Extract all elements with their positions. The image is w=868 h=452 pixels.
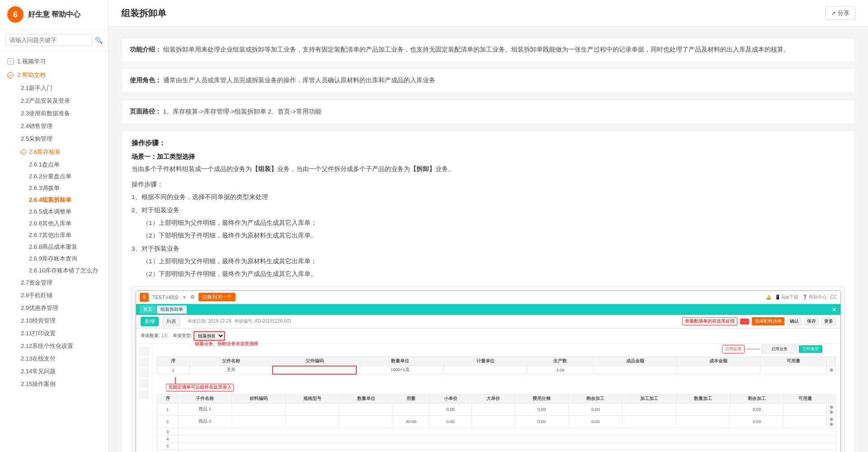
mock-topbar-right: 🔔 📱 App下载 ❓ 帮助中心 CC bbox=[766, 294, 837, 300]
nav-sub-sub-inventory: 2.6.1盘点单 2.6.2分量盘点单 2.6.3调拨单 2.6.4组装拆卸单 … bbox=[17, 159, 108, 276]
th-parent-name: 父件名称 bbox=[189, 357, 273, 366]
sidebar-item-otherin[interactable]: 2.6.6其他入库单 bbox=[25, 218, 108, 229]
sidebar-item-inventory-label: 2.6库存核算 bbox=[29, 148, 61, 156]
sidebar-item-new[interactable]: 2.1新手入门 bbox=[17, 82, 108, 95]
mock-select-bom-btn[interactable]: 选择配料清单 bbox=[752, 317, 784, 325]
sidebar-item-sysconfig[interactable]: 2.12系统个性化设置 bbox=[17, 340, 108, 352]
annotation-enable-box: 启用处理 bbox=[722, 345, 745, 353]
page-title: 组装拆卸单 bbox=[121, 7, 166, 19]
sidebar-item-assembly[interactable]: 2.6.4组装拆卸单 bbox=[25, 194, 108, 206]
mock-new-btn[interactable]: 新增 bbox=[141, 317, 159, 326]
mock-subbar: 新增 列表 单据日期: 2019-12-26 单据编号: AD-20191226… bbox=[136, 315, 840, 328]
mock-confirm-btn[interactable]: 确认 bbox=[787, 318, 802, 325]
logo-area: 6 好生意 帮助中心 bbox=[0, 0, 108, 29]
path-block: 页面路径： 1、库存核算->库存管理->组装拆卸单 2、首页->常用功能 bbox=[121, 100, 855, 124]
mock-tab-home[interactable]: 首页 bbox=[140, 305, 156, 314]
mock-apply-btn[interactable]: 立即使用 bbox=[799, 345, 822, 353]
mock-close-icon[interactable]: ✕ bbox=[831, 306, 837, 313]
mock-form-area: 单据数量: 1次 单据类型: 组装拆卸 拆卸 组装业务、拆卸业 bbox=[136, 328, 840, 344]
mock-no-info: 单据编号: AD-20191226-001 bbox=[234, 318, 292, 324]
sidebar-item-inventory[interactable]: − 2.6库存核算 bbox=[17, 145, 108, 159]
sidebar-item-allotment[interactable]: 2.6.2分量盘点单 bbox=[25, 171, 108, 182]
sidebar-item-video[interactable]: + 1.视频学习 bbox=[0, 55, 108, 68]
sidebar-item-costcalc[interactable]: 2.6.8商品成本重算 bbox=[25, 241, 108, 253]
mock-more-btn[interactable]: 更多 bbox=[821, 318, 836, 325]
sidebar-item-purchase[interactable]: 2.5采购管理 bbox=[17, 133, 108, 145]
sidebar-item-ledger[interactable]: 2.6.9库存账本查询 bbox=[25, 253, 108, 265]
table-row: 5 bbox=[157, 442, 836, 449]
sidebar-item-operate[interactable]: 2.10经营管理 bbox=[17, 314, 108, 327]
scene1-desc: 当由多个子件材料组装成一个成品的业务为【组装】业务，当由一个父件拆分成多个子产品… bbox=[132, 164, 845, 175]
sidebar-item-capital[interactable]: 2.7资金管理 bbox=[17, 276, 108, 289]
th-measure-unit: 计量单位 bbox=[444, 357, 527, 366]
step3-2: （2）下部明细为子件明细，最终作为产成品生成其它入库单。 bbox=[142, 269, 845, 280]
mock-table1: 序 父件名称 父件编码 数量单位 计量单位 生产数 成品金额 成本金额 bbox=[157, 357, 836, 375]
mock-table2: 序 子件名称 材料编码 规格型号 数量单位 用量 小单价 大单价 bbox=[157, 394, 836, 452]
mock-date-info: 单据日期: 2019-12-26 bbox=[188, 318, 231, 324]
mock-app-icon: 📱 App下载 bbox=[775, 294, 798, 300]
path-text: 1、库存核算->库存管理->组装拆卸单 2、首页->常用功能 bbox=[163, 108, 321, 115]
table-row: 6 bbox=[157, 449, 836, 452]
logo-text: 好生意 帮助中心 bbox=[28, 10, 80, 19]
sidebar-item-install[interactable]: 2.2产品安装及登录 bbox=[17, 95, 108, 107]
sidebar-item-error[interactable]: 2.6.10库存账本错了怎么办 bbox=[25, 265, 108, 276]
sidebar-item-onlinepay[interactable]: 2.13在线支付 bbox=[17, 352, 108, 365]
mock-settings-icon: ⚙ bbox=[190, 294, 195, 300]
mock-sidebar-icon5 bbox=[139, 390, 150, 399]
sidebar-item-adjust[interactable]: 2.6.3调拨单 bbox=[25, 182, 108, 194]
search-input[interactable] bbox=[5, 34, 92, 46]
mock-field-docnum: 单据数量: 1次 bbox=[141, 333, 168, 339]
share-button[interactable]: ↗ 分享 bbox=[825, 6, 855, 20]
sidebar-item-mobile[interactable]: 2.8手机旺铺 bbox=[17, 289, 108, 302]
nav-group-docs: − 2.帮助文档 2.1新手入门 2.2产品安装及登录 2.3使用前数据准备 2… bbox=[0, 68, 108, 390]
ops-steps-title: 操作步骤： bbox=[132, 179, 845, 190]
mock-switch-btn[interactable]: 切换到另一个 bbox=[198, 293, 236, 301]
mock-content-area: 启用处理 启用业务 立即使用 序 bbox=[152, 344, 840, 452]
sidebar-item-coupon[interactable]: 2.9优惠券管理 bbox=[17, 302, 108, 314]
table-row: 3 bbox=[157, 428, 836, 435]
mock-list-btn[interactable]: 列表 bbox=[162, 317, 180, 326]
sidebar-item-sales[interactable]: 2.4销售管理 bbox=[17, 120, 108, 133]
share-icon: ↗ bbox=[831, 10, 836, 17]
step2: 2、对于组装业务 bbox=[132, 205, 845, 216]
step2-1: （1）上部明细为父件明细，最终作为产成品生成其它入库单； bbox=[142, 218, 845, 228]
mock-highlighted-cell[interactable] bbox=[273, 366, 356, 374]
sidebar-item-docs[interactable]: − 2.帮助文档 bbox=[0, 68, 108, 82]
th-ops bbox=[827, 357, 836, 366]
mock-user-icon: CC bbox=[830, 295, 837, 300]
mock-subbar-info: 单据日期: 2019-12-26 单据编号: AD-20191226-001 bbox=[188, 318, 292, 324]
mock-type-select[interactable]: 组装拆卸 拆卸 bbox=[193, 331, 225, 341]
annotation4-content: 无固定清单可以组件在这里录入 bbox=[166, 377, 234, 391]
th-cost-amount: 成本金额 bbox=[677, 357, 760, 366]
mock-save-btn[interactable]: 保存 bbox=[804, 318, 819, 325]
sidebar-item-faq[interactable]: 2.14常见问题 bbox=[17, 365, 108, 378]
table-row: 2 商品 2 30.000.00 0.000.00 0.00 ⊕ ⊗ bbox=[157, 415, 836, 428]
expand-icon-docs: − bbox=[7, 72, 14, 78]
search-icon[interactable]: 🔍 bbox=[95, 37, 103, 44]
nav-group-video-label: 1.视频学习 bbox=[17, 57, 46, 66]
step3-1: （1）上部明细为父件明细，最终作为原材料生成其它出库单； bbox=[142, 256, 845, 267]
sidebar-item-otherout[interactable]: 2.6.7其他出库单 bbox=[25, 229, 108, 241]
sidebar-item-print[interactable]: 2.11打印设置 bbox=[17, 327, 108, 340]
th-seq1: 序 bbox=[157, 357, 190, 366]
mock-right-btns: 有装配清单的在这里处理 → 选择配料清单 确认 保存 更多 bbox=[682, 317, 836, 325]
sidebar-item-cases[interactable]: 2.15操作案例 bbox=[17, 378, 108, 390]
th-available: 可用量 bbox=[760, 357, 827, 366]
mock-enable-input[interactable]: 启用业务 bbox=[762, 345, 797, 353]
sidebar-item-data[interactable]: 2.3使用前数据准备 bbox=[17, 107, 108, 120]
main-area: 组装拆卸单 ↗ 分享 功能介绍： 组装拆卸单用来处理企业组装或拆卸等加工业务，支… bbox=[108, 0, 868, 452]
role-block: 使用角色： 通常由生产人员或库管人员完成拆装业务的操作，库管人员确认原材料的出库… bbox=[121, 68, 855, 93]
mock-tab-assembly[interactable]: 组装拆卸单 bbox=[157, 305, 187, 314]
mock-body: 启用处理 启用业务 立即使用 序 bbox=[136, 344, 840, 452]
sidebar-item-stocktake[interactable]: 2.6.1盘点单 bbox=[25, 159, 108, 171]
expand-icon-inventory: − bbox=[21, 149, 26, 155]
mock-titlebar: 首页 组装拆卸单 ✕ bbox=[136, 304, 840, 315]
mock-table1-area: 序 父件名称 父件编码 数量单位 计量单位 生产数 成品金额 成本金额 bbox=[152, 355, 840, 376]
nav-sub-docs: 2.1新手入门 2.2产品安装及登录 2.3使用前数据准备 2.4销售管理 2.… bbox=[0, 82, 108, 390]
ops-title: 操作步骤： bbox=[132, 139, 845, 147]
mock-sidebar-icon3 bbox=[139, 368, 150, 377]
expand-icon-video: + bbox=[7, 58, 14, 65]
sidebar-item-costadj[interactable]: 2.6.5成本调整单 bbox=[25, 206, 108, 218]
mock-window: 6 TEST-H002 ▼ ⚙ 切换到另一个 🔔 📱 App下载 ❓ 帮助中心 … bbox=[136, 290, 841, 452]
path-label: 页面路径： bbox=[130, 108, 161, 115]
